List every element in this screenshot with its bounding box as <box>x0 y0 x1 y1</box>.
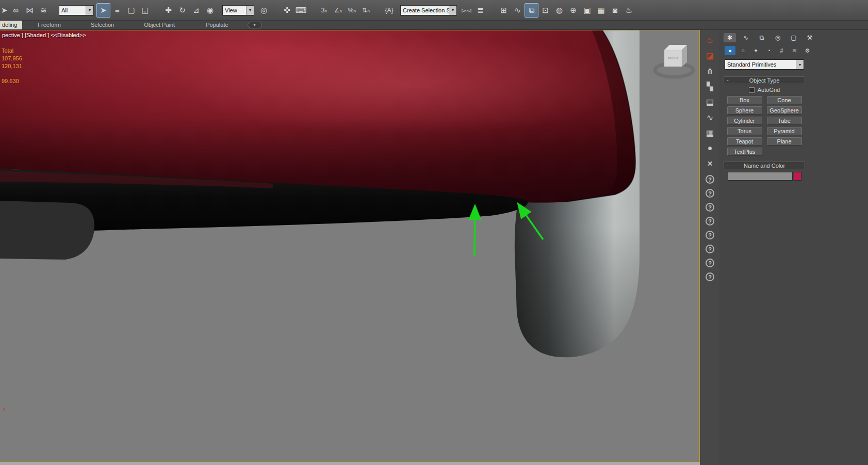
state-sets-icon[interactable]: ▦ <box>594 3 608 18</box>
question-mark-icon[interactable]: ? <box>706 259 714 267</box>
ribbon-tab-selection[interactable]: Selection <box>86 21 119 29</box>
question-mark-icon[interactable]: ? <box>706 189 714 198</box>
create-tab-icon[interactable]: ✱ <box>724 33 736 42</box>
curve-editor-icon[interactable]: ∿ <box>511 3 525 18</box>
select-by-name-icon[interactable]: ≡ <box>110 3 124 18</box>
primitive-button-tube[interactable]: Tube <box>767 117 802 125</box>
render-setup-icon[interactable]: ⊕ <box>566 3 580 18</box>
viewport-label[interactable]: pective ] [Shaded ] <<Disabled>> <box>2 32 86 38</box>
align-icon[interactable]: ≣ <box>473 3 487 18</box>
primitive-category-dropdown[interactable]: Standard Primitives ▾ <box>725 59 804 70</box>
ribbon-tab-populate[interactable]: Populate <box>201 21 233 29</box>
sphere-icon[interactable]: ● <box>703 141 717 155</box>
material-editor-icon[interactable]: ◍ <box>552 3 566 18</box>
primitive-button-sphere[interactable]: Sphere <box>727 106 762 115</box>
keyboard-shortcut-override-icon[interactable]: ⌨ <box>294 3 308 18</box>
motion-tab-icon[interactable]: ◎ <box>772 33 784 42</box>
question-mark-icon[interactable]: ? <box>706 203 714 212</box>
primitive-button-cone[interactable]: Cone <box>767 96 802 104</box>
systems-category-icon[interactable]: ⚙ <box>802 46 813 55</box>
perspective-viewport[interactable]: FRONT x pective ] [Shaded ] <<Disabled>>… <box>0 30 700 462</box>
geometry-category-icon[interactable]: ● <box>725 46 735 55</box>
use-pivot-point-center-icon[interactable]: ◎ <box>257 3 271 18</box>
teapot-icon[interactable]: ♨ <box>703 33 717 46</box>
unlink-selection-icon[interactable]: ⋈ <box>23 3 37 18</box>
percent-snap-icon[interactable]: %ₙ <box>345 3 359 18</box>
stats-value-1: 107,956 <box>2 55 22 62</box>
layers-icon[interactable]: ▤ <box>703 95 717 108</box>
primitive-button-box[interactable]: Box <box>727 96 762 104</box>
schematic-view-icon[interactable]: ⊡ <box>538 3 552 18</box>
autogrid-checkbox[interactable] <box>749 87 755 93</box>
uv-grid-icon[interactable]: ▦ <box>703 126 717 139</box>
paint-bucket-icon[interactable]: ◪ <box>703 49 717 62</box>
modify-tab-icon[interactable]: ∿ <box>740 33 752 42</box>
spinner-snap-icon[interactable]: ⇅ₙ <box>359 3 373 18</box>
primitive-button-cylinder[interactable]: Cylinder <box>727 117 762 125</box>
rectangular-selection-region-icon[interactable]: ▢ <box>124 3 138 18</box>
mirror-icon[interactable]: ▻◅ <box>460 3 473 18</box>
wheel-shadow <box>0 201 94 260</box>
selection-filter-dropdown[interactable]: All ▾ <box>59 5 94 15</box>
question-mark-icon[interactable]: ? <box>706 272 714 281</box>
ribbon-tab-object-paint[interactable]: Object Paint <box>139 21 180 29</box>
select-object-icon[interactable]: ➤ <box>96 3 110 18</box>
main-toolbar: ➤ ∞ ⋈ ≋ All ▾ ➤ ≡ ▢ ◱ ✚ ↻ ⊿ ◉ View ▾ ◎ ✜… <box>0 0 868 21</box>
object-name-input[interactable] <box>728 172 793 181</box>
rendered-frame-window-icon[interactable]: ▣ <box>580 3 594 18</box>
primitive-button-teapot[interactable]: Teapot <box>727 137 762 146</box>
scene-explorer-icon[interactable]: ⊞ <box>497 3 511 18</box>
lights-category-icon[interactable]: ✦ <box>750 46 761 55</box>
checker-icon[interactable]: ▚ <box>703 79 717 93</box>
select-and-place-icon[interactable]: ◉ <box>203 3 217 18</box>
select-and-manipulate-icon[interactable]: ✜ <box>280 3 294 18</box>
shapes-category-icon[interactable]: ○ <box>738 46 748 55</box>
window-crossing-toggle-icon[interactable]: ◱ <box>138 3 152 18</box>
close-icon[interactable]: ✕ <box>703 157 717 170</box>
reference-coordinate-system-dropdown[interactable]: View ▾ <box>222 5 254 15</box>
display-tab-icon[interactable]: ▢ <box>788 33 800 42</box>
render-production-icon[interactable]: ♨ <box>622 3 636 18</box>
ribbon-tab-freeform[interactable]: Freeform <box>32 21 66 29</box>
select-and-move-icon[interactable]: ✚ <box>161 3 175 18</box>
autogrid-label: AutoGrid <box>758 87 780 93</box>
helpers-category-icon[interactable]: # <box>776 46 787 55</box>
hierarchy-tab-icon[interactable]: ⧉ <box>756 33 768 42</box>
primitive-button-pyramid[interactable]: Pyramid <box>767 127 802 135</box>
object-type-rollout-header[interactable]: - Object Type <box>724 76 805 84</box>
space-warps-category-icon[interactable]: ≋ <box>789 46 800 55</box>
primitive-button-torus[interactable]: Torus <box>727 127 762 135</box>
question-mark-icon[interactable]: ? <box>706 231 714 239</box>
primitive-button-textplus[interactable]: TextPlus <box>727 148 762 156</box>
hierarchy-icon[interactable]: ⋔ <box>703 64 717 77</box>
edit-named-selection-sets-icon[interactable]: {A} <box>382 3 396 18</box>
cameras-category-icon[interactable]: ◔ <box>763 46 774 55</box>
command-panel: ✱ ∿ ⧉ ◎ ▢ ⚒ ● ○ ✦ ◔ # ≋ ⚙ Standard Primi… <box>719 30 868 465</box>
create-categories: ● ○ ✦ ◔ # ≋ ⚙ <box>719 43 868 58</box>
utilities-tab-icon[interactable]: ⚒ <box>804 33 816 42</box>
autogrid-row: AutoGrid <box>724 87 805 93</box>
named-selection-set-dropdown[interactable]: Create Selection Se ▾ <box>400 5 457 15</box>
primitive-button-geosphere[interactable]: GeoSphere <box>767 106 802 115</box>
select-and-link-icon[interactable]: ∞ <box>9 3 23 18</box>
ribbon-tab-modeling[interactable]: deling <box>0 21 22 29</box>
object-color-swatch[interactable] <box>794 172 801 181</box>
question-mark-icon[interactable]: ? <box>706 245 714 253</box>
ribbon-collapse-button[interactable]: ▾ <box>248 22 262 28</box>
select-and-scale-icon[interactable]: ⊿ <box>189 3 203 18</box>
curves-icon[interactable]: ∿ <box>703 110 717 124</box>
question-mark-icon[interactable]: ? <box>706 175 714 184</box>
chevron-down-icon: ▾ <box>246 6 254 15</box>
collapse-icon: - <box>727 77 729 83</box>
snaps-toggle-icon[interactable]: 3ₙ <box>317 3 331 18</box>
question-mark-icon[interactable]: ? <box>706 217 714 226</box>
select-and-rotate-icon[interactable]: ↻ <box>175 3 189 18</box>
render-flyout-icon[interactable]: ◙ <box>608 3 622 18</box>
cursor-partial-icon[interactable]: ➤ <box>1 3 9 18</box>
primitive-button-plane[interactable]: Plane <box>767 137 802 146</box>
angle-snap-icon[interactable]: ∠ₙ <box>331 3 345 18</box>
ribbon-toggle-icon[interactable]: ⧉ <box>525 3 538 18</box>
selection-filter-value: All <box>59 6 86 15</box>
name-color-rollout-header[interactable]: - Name and Color <box>724 162 805 169</box>
bind-to-space-warp-icon[interactable]: ≋ <box>37 3 51 18</box>
